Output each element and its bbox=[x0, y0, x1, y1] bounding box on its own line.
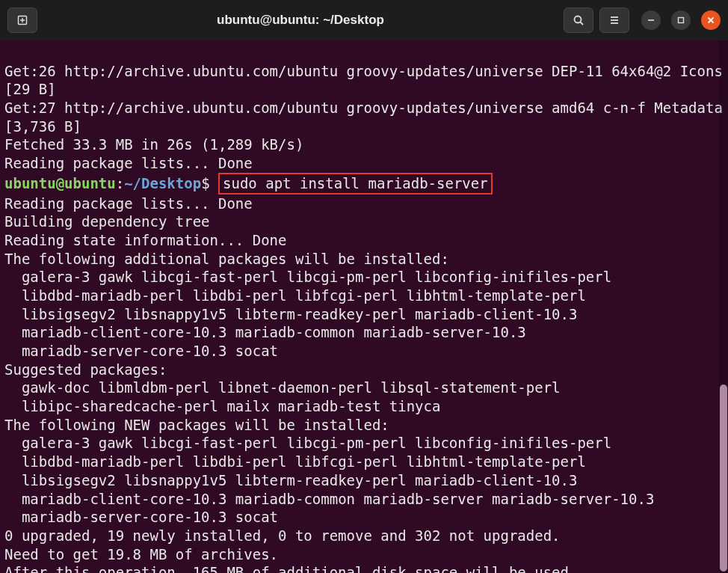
output-line: 0 upgraded, 19 newly installed, 0 to rem… bbox=[4, 527, 561, 544]
search-button[interactable] bbox=[564, 7, 593, 33]
output-line: After this operation, 165 MB of addition… bbox=[4, 564, 577, 573]
output-line: mariadb-server-core-10.3 socat bbox=[4, 343, 278, 359]
minimize-button[interactable] bbox=[641, 10, 661, 30]
maximize-button[interactable] bbox=[671, 10, 691, 30]
svg-point-3 bbox=[575, 16, 582, 23]
output-line: Building dependency tree bbox=[4, 213, 210, 230]
command-highlight: sudo apt install mariadb-server bbox=[218, 173, 493, 194]
output-line: libsigsegv2 libsnappy1v5 libterm-readkey… bbox=[4, 306, 577, 322]
output-line: libdbd-mariadb-perl libdbi-perl libfcgi-… bbox=[4, 453, 586, 470]
output-line: mariadb-client-core-10.3 mariadb-common … bbox=[4, 324, 526, 340]
scrollbar-thumb[interactable] bbox=[720, 384, 727, 572]
prompt-path: ~/Desktop bbox=[124, 175, 201, 191]
output-line: galera-3 gawk libcgi-fast-perl libcgi-pm… bbox=[4, 269, 611, 285]
output-line: Get:26 http://archive.ubuntu.com/ubuntu … bbox=[4, 63, 728, 98]
output-line: mariadb-client-core-10.3 mariadb-common … bbox=[4, 491, 654, 507]
prompt-dollar: $ bbox=[201, 175, 209, 191]
window-title: ubuntu@ubuntu: ~/Desktop bbox=[43, 13, 558, 28]
new-tab-button[interactable] bbox=[7, 7, 37, 33]
output-line: libsigsegv2 libsnappy1v5 libterm-readkey… bbox=[4, 472, 577, 488]
output-line: galera-3 gawk libcgi-fast-perl libcgi-pm… bbox=[4, 435, 611, 451]
terminal-content[interactable]: Get:26 http://archive.ubuntu.com/ubuntu … bbox=[0, 40, 728, 573]
titlebar: ubuntu@ubuntu: ~/Desktop bbox=[0, 0, 728, 40]
output-line: gawk-doc libmldbm-perl libnet-daemon-per… bbox=[4, 379, 561, 396]
window-controls bbox=[641, 10, 721, 30]
output-line: Get:27 http://archive.ubuntu.com/ubuntu … bbox=[4, 99, 728, 135]
output-line: Fetched 33.3 MB in 26s (1,289 kB/s) bbox=[4, 136, 303, 153]
svg-rect-9 bbox=[679, 18, 684, 23]
prompt-sep: : bbox=[116, 175, 124, 191]
output-line: Reading state information... Done bbox=[4, 232, 287, 248]
svg-line-4 bbox=[581, 22, 584, 25]
output-line: libipc-sharedcache-perl mailx mariadb-te… bbox=[4, 398, 440, 414]
output-line: mariadb-server-core-10.3 socat bbox=[4, 509, 278, 525]
output-line: The following NEW packages will be insta… bbox=[4, 417, 389, 433]
output-line: Suggested packages: bbox=[4, 361, 167, 378]
output-line: The following additional packages will b… bbox=[4, 251, 449, 267]
close-button[interactable] bbox=[701, 10, 721, 30]
output-line: Need to get 19.8 MB of archives. bbox=[4, 546, 278, 563]
output-line: Reading package lists... Done bbox=[4, 195, 253, 212]
menu-button[interactable] bbox=[599, 7, 629, 33]
output-line: libdbd-mariadb-perl libdbi-perl libfcgi-… bbox=[4, 287, 586, 304]
prompt-user: ubuntu@ubuntu bbox=[4, 175, 116, 191]
scrollbar[interactable] bbox=[719, 40, 728, 573]
output-line: Reading package lists... Done bbox=[4, 155, 253, 171]
